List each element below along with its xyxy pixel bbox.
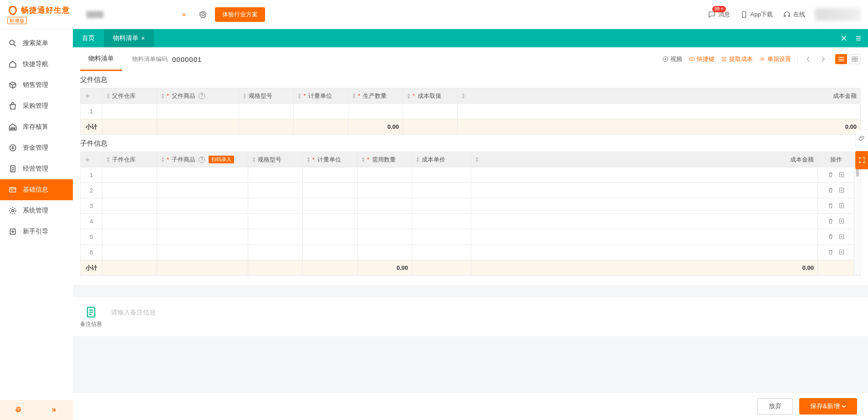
sidebar-item-purchase[interactable]: 采购管理 [0,96,73,116]
row-delete-button[interactable] [827,248,835,256]
sidebar-item-inventory[interactable]: 库存核算 [0,116,73,137]
child-row[interactable]: 4 [81,214,854,229]
sidebar-item-guide[interactable]: 新手引导 [0,221,73,242]
child-col-needqty[interactable]: ▲▼*需用数量 [357,152,412,167]
child-row[interactable]: 6 [81,245,854,260]
parent-col-uom[interactable]: ▲▼*计量单位 [294,88,348,104]
parent-col-qty[interactable]: ▲▼*生产数量 [348,88,403,104]
sidebar-item-system[interactable]: 系统管理 [0,200,73,221]
sidebar-item-finance[interactable]: 资金管理 [0,137,73,158]
list-icon [838,56,844,62]
row-add-button[interactable] [837,171,846,179]
parent-col-warehouse[interactable]: ▲▼父件仓库 [102,88,157,104]
row-delete-button[interactable] [827,233,835,241]
sidebar-item-basedata[interactable]: 基础信息 [0,179,73,200]
nav-next-button[interactable] [819,56,827,62]
child-row[interactable]: 1 [81,167,854,183]
child-col-settings[interactable] [81,152,102,167]
discard-button[interactable]: 放弃 [757,398,793,415]
child-row[interactable]: 3 [81,198,854,214]
child-row[interactable]: 5 [81,229,854,245]
tab-bom-label: 物料清单 [113,34,138,42]
paperclip-icon [858,135,866,142]
edge-fullscreen-button[interactable] [855,151,868,169]
svg-point-2 [10,40,14,45]
parent-col-costmode[interactable]: ▲▼*成本取值 [403,88,458,104]
help-icon[interactable]: ? [199,93,205,99]
expand-icon [858,157,866,164]
sidebar-item-label: 系统管理 [23,207,48,215]
parent-col-spec[interactable]: ▲▼规格型号 [239,88,294,104]
gear-icon [84,93,91,99]
tab-bom[interactable]: 物料清单 × [104,29,154,47]
row-delete-button[interactable] [827,202,835,210]
row-add-button[interactable] [837,233,846,241]
sidebar-item-label: 快捷导航 [23,60,48,68]
tab-close-all-button[interactable] [837,31,851,45]
action-shortcut[interactable]: 快捷键 [689,55,715,63]
sidebar-item-search[interactable]: 搜索菜单 [0,33,73,54]
nav-prev-button[interactable] [804,56,812,62]
tab-menu-button[interactable] [852,31,865,45]
sidebar-item-operation[interactable]: 经营管理 [0,158,73,179]
sidebar-item-sales[interactable]: 销售管理 [0,75,73,96]
view-list-button[interactable] [835,54,847,64]
sidebar-collapse-button[interactable] [50,405,60,415]
chevron-left-icon [806,56,811,62]
headset-icon [783,10,791,19]
edge-attachment-button[interactable] [855,129,868,147]
user-avatar[interactable] [815,8,861,21]
parent-col-product[interactable]: ▲▼*父件商品? [157,88,239,104]
main: 首页 物料清单 × 物料清单 物料清单编 [73,29,868,420]
help-icon[interactable]: ? [199,157,205,163]
child-col-product[interactable]: ▲▼*子件商品?扫码录入 [157,152,248,167]
remark-panel: 备注信息 [73,292,868,336]
action-extract-cost[interactable]: 提取成本 [721,55,753,63]
sidebar-item-label: 新手引导 [23,228,48,236]
row-add-button[interactable] [837,217,846,225]
row-add-button[interactable] [837,248,846,256]
child-col-spec[interactable]: ▲▼规格型号 [248,152,303,167]
parent-col-settings[interactable] [81,88,102,104]
row-delete-button[interactable] [827,186,835,194]
action-doc-settings[interactable]: 单据设置 [759,55,791,63]
action-video[interactable]: 视频 [662,55,682,63]
experience-button[interactable]: 体验行业方案 [215,7,265,22]
chevron-down-icon [842,404,846,409]
row-add-button[interactable] [837,186,846,194]
child-grid-scrollbar[interactable] [854,152,861,276]
app-download-button[interactable]: App下载 [740,10,773,19]
svg-rect-10 [689,58,694,61]
org-name: ████ [87,11,178,18]
online-support-button[interactable]: 在线 [783,10,805,19]
sidebar-item-quicknav[interactable]: 快捷导航 [0,54,73,75]
tab-home[interactable]: 首页 [73,29,104,47]
child-col-uom[interactable]: ▲▼*计量单位 [303,152,357,167]
child-row[interactable]: 2 [81,183,854,198]
child-col-unitcost[interactable]: ▲▼成本单价 [412,152,471,167]
save-and-new-button[interactable]: 保存&新增 [799,398,857,415]
child-col-warehouse[interactable]: ▲▼子件仓库 [102,152,157,167]
messages-button[interactable]: 99 + 消息 [708,10,730,19]
sidebar-settings-button[interactable] [13,405,23,415]
svg-point-6 [10,207,15,213]
panel-tab-bom[interactable]: 物料清单 [80,47,122,71]
org-selector[interactable]: ████ [82,7,191,22]
close-icon[interactable]: × [141,35,145,41]
row-delete-button[interactable] [827,171,835,179]
parent-row[interactable]: 1 [81,104,861,119]
remark-input[interactable] [111,306,861,324]
plus-square-icon [838,187,845,193]
gear-dashed-icon [8,206,17,215]
parent-col-costamount[interactable]: ▲▼成本金额 [458,88,861,104]
scan-badge[interactable]: 扫码录入 [209,156,234,163]
menu-icon [855,35,862,41]
remark-label: 备注信息 [80,320,102,328]
row-delete-button[interactable] [827,217,835,225]
org-settings-button[interactable] [196,7,210,22]
child-col-costamount[interactable]: ▲▼成本金额 [471,152,818,167]
app-download-label: App下载 [751,10,773,19]
view-grid-button[interactable] [849,54,861,64]
collapse-icon [51,406,59,414]
row-add-button[interactable] [837,202,846,210]
